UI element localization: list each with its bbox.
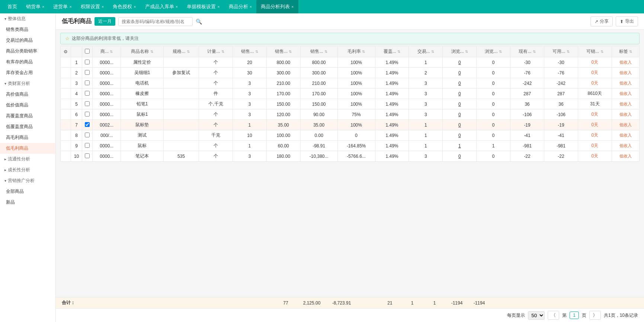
row-settings-cell <box>61 109 71 120</box>
col-name[interactable]: 商品名称 ⇅ <box>121 46 163 57</box>
row-checkbox-cell[interactable] <box>82 120 93 130</box>
sidebar-item-低价值商品[interactable]: 低价值商品 <box>0 100 55 111</box>
row-sales-profit: 150.00 <box>300 99 337 109</box>
per-page-label: 每页显示 <box>507 312 525 319</box>
nav-item-进货单[interactable]: 进货单× <box>49 0 76 13</box>
sidebar-section-整体信息[interactable]: ▾整体信息 <box>0 13 55 24</box>
sidebar-item-高毛利商品[interactable]: 高毛利商品 <box>0 132 55 143</box>
col-available[interactable]: 可用... ⇅ <box>544 46 578 57</box>
row-checkbox[interactable] <box>85 91 90 96</box>
row-checkbox-cell[interactable] <box>82 57 93 68</box>
select-all-checkbox[interactable] <box>85 49 90 54</box>
sidebar-item-商品分类助销率[interactable]: 商品分类助销率 <box>0 46 55 57</box>
col-browse2[interactable]: 浏览... ⇅ <box>477 46 510 57</box>
row-sales-profit: 300.00 <box>300 68 337 78</box>
sidebar-item-低覆盖度商品[interactable]: 低覆盖度商品 <box>0 121 55 132</box>
sidebar-item-库存资金占用[interactable]: 库存资金占用 <box>0 67 55 78</box>
search-button[interactable]: 🔍 <box>196 19 202 25</box>
nav-close-icon[interactable]: × <box>250 4 252 9</box>
nav-close-icon[interactable]: × <box>291 4 294 9</box>
row-checkbox[interactable] <box>85 143 90 148</box>
row-num: 5 <box>71 99 82 109</box>
row-checkbox[interactable] <box>85 122 90 127</box>
nav-close-icon[interactable]: × <box>217 4 220 9</box>
prev-page-button[interactable]: 〈 <box>548 311 559 320</box>
row-checkbox[interactable] <box>85 112 90 117</box>
row-checkbox-cell[interactable] <box>82 68 93 78</box>
row-coverage: 1.49% <box>375 68 409 78</box>
col-sales-profit[interactable]: 销售... ⇅ <box>300 46 337 57</box>
col-browse1[interactable]: 浏览... ⇅ <box>443 46 477 57</box>
row-gross-margin: 100% <box>337 120 375 130</box>
sidebar-section-成长性分析[interactable]: ▸成长性分析 <box>0 165 55 175</box>
nav-item-首页[interactable]: 首页 <box>3 0 22 13</box>
row-checkbox[interactable] <box>85 60 90 64</box>
export-button[interactable]: ⬆ 导出 <box>616 16 638 26</box>
row-gross-margin: 100% <box>337 78 375 89</box>
row-gross-margin: 0 <box>337 130 375 141</box>
row-checkbox-cell[interactable] <box>82 141 93 151</box>
sidebar-section-营销推广分析[interactable]: ▾营销推广分析 <box>0 175 55 186</box>
sidebar-item-全部商品[interactable]: 全部商品 <box>0 186 55 197</box>
row-checkbox[interactable] <box>85 133 90 137</box>
col-settings[interactable]: ⚙ <box>61 46 71 57</box>
col-trade-count[interactable]: 交易... ⇅ <box>409 46 443 57</box>
col-gross-margin[interactable]: 毛利率 ⇅ <box>337 46 375 57</box>
row-checkbox[interactable] <box>85 70 90 75</box>
nav-close-icon[interactable]: × <box>102 4 104 9</box>
row-tag: 低收入 <box>612 120 639 130</box>
col-current-stock[interactable]: 现有... ⇅ <box>510 46 544 57</box>
sidebar-item-新品[interactable]: 新品 <box>0 197 55 208</box>
sidebar-section-流通性分析[interactable]: ▸流通性分析 <box>0 154 55 165</box>
share-button[interactable]: ↗ 分享 <box>590 16 613 26</box>
row-saleable: 0天 <box>578 57 612 68</box>
row-checkbox-cell[interactable] <box>82 89 93 99</box>
sidebar-item-高覆盖度商品[interactable]: 高覆盖度商品 <box>0 111 55 121</box>
row-settings-cell <box>61 68 71 78</box>
per-page-select[interactable]: 50 <box>528 311 545 320</box>
row-sales-qty: 1 <box>233 120 266 130</box>
row-checkbox[interactable] <box>85 153 90 158</box>
sidebar-item-低毛利商品[interactable]: 低毛利商品 <box>0 143 55 154</box>
nav-close-icon[interactable]: × <box>134 4 136 9</box>
col-check[interactable] <box>82 46 93 57</box>
row-sales-qty: 20 <box>233 57 266 68</box>
row-checkbox-cell[interactable] <box>82 109 93 120</box>
col-unit[interactable]: 计量... ⇅ <box>199 46 233 57</box>
row-checkbox-cell[interactable] <box>82 151 93 162</box>
nav-close-icon[interactable]: × <box>176 4 178 9</box>
col-coverage[interactable]: 覆盖... ⇅ <box>375 46 409 57</box>
row-checkbox[interactable] <box>85 101 90 106</box>
row-checkbox-cell[interactable] <box>82 99 93 109</box>
nav-item-角色授权[interactable]: 角色授权× <box>108 0 140 13</box>
nav-close-icon[interactable]: × <box>69 4 71 9</box>
col-sales-amount[interactable]: 销售... ⇅ <box>266 46 300 57</box>
sidebar-item-高价值商品[interactable]: 高价值商品 <box>0 89 55 100</box>
col-saleable[interactable]: 可销... ⇅ <box>578 46 612 57</box>
col-sales-qty[interactable]: 销售... ⇅ <box>233 46 266 57</box>
row-checkbox-cell[interactable] <box>82 78 93 89</box>
row-coverage: 1.49% <box>375 89 409 99</box>
row-checkbox-cell[interactable] <box>82 130 93 141</box>
nav-item-商品分析列表[interactable]: 商品分析列表× <box>256 0 298 13</box>
row-num: 7 <box>71 120 82 130</box>
nav-item-产成品入库单[interactable]: 产成品入库单× <box>141 0 182 13</box>
nav-item-单据模板设置[interactable]: 单据模板设置× <box>182 0 224 13</box>
nav-item-权限设置[interactable]: 权限设置× <box>76 0 108 13</box>
col-spec[interactable]: 规格... ⇅ <box>163 46 199 57</box>
nav-item-商品分析[interactable]: 商品分析× <box>224 0 256 13</box>
row-checkbox[interactable] <box>85 80 90 85</box>
row-saleable: 0天 <box>578 78 612 89</box>
search-input[interactable] <box>118 17 193 26</box>
nav-close-icon[interactable]: × <box>42 4 44 9</box>
period-button[interactable]: 近一月 <box>94 17 115 26</box>
row-coverage: 1.49% <box>375 130 409 141</box>
col-tag[interactable]: 标签 ⇅ <box>612 46 639 57</box>
sidebar-section-类财富分析[interactable]: ▾类财富分析 <box>0 78 55 89</box>
sidebar-item-销售类商品[interactable]: 销售类商品 <box>0 24 55 35</box>
nav-item-销货单[interactable]: 销货单× <box>22 0 49 13</box>
sidebar-item-交易过的商品[interactable]: 交易过的商品 <box>0 35 55 46</box>
next-page-button[interactable]: 〉 <box>589 311 601 320</box>
col-code[interactable]: 商... ⇅ <box>93 46 121 57</box>
sidebar-item-有库存的商品[interactable]: 有库存的商品 <box>0 57 55 67</box>
